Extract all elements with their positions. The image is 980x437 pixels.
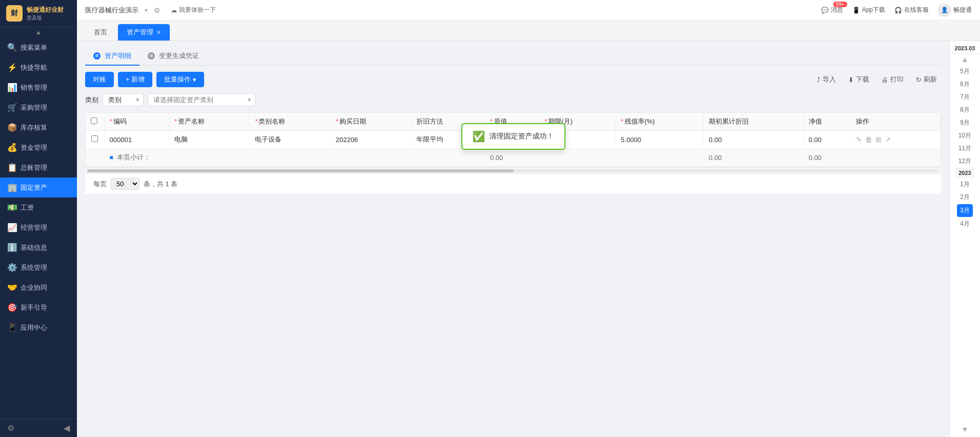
timeline-up-arrow[interactable]: ▲ bbox=[962, 56, 969, 63]
nav-icon-11: ⚙️ bbox=[7, 263, 16, 272]
cloud-icon: ☁ bbox=[171, 7, 177, 14]
sidebar-item-经营管理[interactable]: 📈经营管理 bbox=[0, 217, 77, 237]
subtotal-row: ■ 本页小计： 0.00 0.00 0.00 bbox=[86, 149, 941, 167]
sidebar-item-库存核算[interactable]: 📦库存核算 bbox=[0, 117, 77, 137]
sidebar-item-基础信息[interactable]: ℹ️基础信息 bbox=[0, 237, 77, 257]
horizontal-scrollbar[interactable] bbox=[85, 167, 941, 173]
sidebar-item-总账管理[interactable]: 📋总账管理 bbox=[0, 157, 77, 177]
timeline-item-1[interactable]: 6月 bbox=[955, 78, 975, 91]
nav-label-3: 采购管理 bbox=[21, 103, 47, 112]
avatar: 👤 bbox=[938, 4, 951, 17]
download-button[interactable]: ⬇ 下载 bbox=[844, 72, 873, 87]
timeline-item-7[interactable]: 12月 bbox=[955, 155, 975, 168]
sidebar-item-系统管理[interactable]: ⚙️系统管理 bbox=[0, 257, 77, 277]
message-icon: 💬 bbox=[821, 7, 829, 14]
tab-home[interactable]: 首页 bbox=[85, 24, 116, 41]
timeline-item-6[interactable]: 11月 bbox=[955, 142, 975, 155]
service-item[interactable]: 🎧 在线客服 bbox=[894, 6, 929, 14]
sidebar-item-工资[interactable]: 💵工资 bbox=[0, 197, 77, 217]
topbar: 医疗器械行业演示 ▾ ⚙ ☁ 我要体验一下 💬 消息 99+ 📱 App下载 🎧… bbox=[77, 0, 980, 21]
nav-label-1: 快捷导航 bbox=[21, 63, 47, 72]
sidebar-item-资金管理[interactable]: 💰资金管理 bbox=[0, 137, 77, 157]
timeline-item-4[interactable]: 9月 bbox=[955, 116, 975, 129]
message-nav-item[interactable]: 💬 消息 99+ bbox=[821, 6, 843, 14]
toolbar-right: ⤴ 导入 ⬇ 下载 🖨 打印 ↻ 刷新 bbox=[813, 72, 941, 87]
category-value-filter-wrap: ▾ bbox=[148, 93, 255, 106]
timeline-down-arrow[interactable]: ▼ bbox=[959, 424, 971, 435]
scrollbar-thumb[interactable] bbox=[87, 169, 513, 172]
row-checkbox[interactable] bbox=[91, 135, 98, 142]
subtab-change-voucher[interactable]: 变更生成凭证 bbox=[139, 47, 207, 66]
sidebar-scroll-up[interactable]: ▲ bbox=[0, 27, 77, 37]
more-icon[interactable]: ↗ bbox=[885, 135, 891, 144]
select-all-checkbox[interactable] bbox=[91, 117, 97, 124]
sidebar-item-采购管理[interactable]: 🛒采购管理 bbox=[0, 97, 77, 117]
collapse-icon[interactable]: ◀ bbox=[64, 423, 70, 433]
tab-close-icon[interactable]: ✕ bbox=[156, 29, 161, 36]
user-item[interactable]: 👤 畅捷通 bbox=[938, 4, 972, 17]
scrollbar-track bbox=[87, 169, 939, 172]
nav-label-13: 新手引导 bbox=[21, 303, 47, 312]
experience-button[interactable]: ☁ 我要体验一下 bbox=[171, 6, 216, 14]
col-checkbox bbox=[86, 113, 104, 131]
sidebar-logo: 财 畅捷通好业财 普及版 bbox=[0, 0, 77, 27]
company-dropdown-arrow[interactable]: ▾ bbox=[145, 7, 148, 14]
new-button[interactable]: + 新增 bbox=[118, 72, 152, 87]
sidebar-item-快捷导航[interactable]: ⚡快捷导航 bbox=[0, 57, 77, 77]
nav-icon-6: 📋 bbox=[7, 163, 16, 172]
download-icon: ⬇ bbox=[848, 76, 854, 84]
sidebar-item-新手引导[interactable]: 🎯新手引导 bbox=[0, 297, 77, 317]
nav-label-8: 工资 bbox=[21, 203, 34, 212]
reconcile-button[interactable]: 对账 bbox=[85, 72, 114, 87]
delete-icon[interactable]: 🗑 bbox=[865, 135, 872, 144]
content-main: 资产明细 变更生成凭证 对账 + 新增 批量操作 ▾ bbox=[77, 41, 949, 437]
subtab-asset-detail[interactable]: 资产明细 bbox=[85, 47, 139, 66]
copy-icon[interactable]: ⊞ bbox=[875, 135, 882, 144]
timeline-item-8[interactable]: 2023 bbox=[955, 168, 975, 178]
col-net-value: 净值 bbox=[803, 113, 850, 131]
category-type-select[interactable]: 类别 bbox=[103, 93, 144, 106]
timeline-item-9[interactable]: 1月 bbox=[955, 178, 975, 191]
tab-asset-management[interactable]: 资产管理 ✕ bbox=[118, 24, 170, 41]
col-category: *类别名称 bbox=[250, 113, 330, 131]
timeline-arrows: ▲ bbox=[962, 56, 969, 63]
nav-icon-4: 📦 bbox=[7, 123, 16, 132]
subtabs: 资产明细 变更生成凭证 bbox=[85, 47, 941, 66]
timeline-item-5[interactable]: 10月 bbox=[955, 129, 975, 142]
refresh-icon: ↻ bbox=[916, 76, 922, 84]
timeline-header: 2023.03 bbox=[950, 43, 980, 54]
per-page-select[interactable]: 50 100 200 bbox=[111, 178, 139, 190]
nav-label-2: 销售管理 bbox=[21, 83, 47, 92]
refresh-button[interactable]: ↻ 刷新 bbox=[912, 72, 941, 87]
settings-icon[interactable]: ⚙ bbox=[7, 423, 14, 433]
filter-row: 类别 类别 ▾ bbox=[85, 93, 941, 106]
subtotal-original: 0.00 bbox=[485, 149, 539, 167]
sidebar-item-应用中心[interactable]: 📱应用中心 bbox=[0, 317, 77, 337]
app-download-item[interactable]: 📱 App下载 bbox=[852, 6, 885, 14]
import-button[interactable]: ⤴ 导入 bbox=[813, 72, 840, 87]
row-name: 电脑 bbox=[169, 131, 250, 149]
sidebar-item-企业协同[interactable]: 🤝企业协同 bbox=[0, 277, 77, 297]
sidebar-item-固定资产[interactable]: 🏢固定资产 bbox=[0, 177, 77, 197]
timeline-item-3[interactable]: 8月 bbox=[955, 104, 975, 116]
success-check-icon: ✅ bbox=[472, 130, 485, 143]
svg-rect-5 bbox=[150, 56, 153, 57]
nav-icon-9: 📈 bbox=[7, 223, 16, 232]
timeline-item-11[interactable]: 3月 bbox=[957, 204, 973, 217]
timeline-item-10[interactable]: 2月 bbox=[955, 191, 975, 204]
print-icon: 🖨 bbox=[882, 76, 888, 84]
sidebar-item-搜索菜单[interactable]: 🔍搜索菜单 bbox=[0, 37, 77, 57]
edit-icon[interactable]: ✎ bbox=[856, 135, 862, 144]
nav-label-0: 搜索菜单 bbox=[21, 43, 47, 52]
logo-text: 畅捷通好业财 bbox=[27, 6, 64, 14]
timeline-item-12[interactable]: 4月 bbox=[955, 217, 975, 230]
svg-rect-4 bbox=[150, 55, 153, 56]
print-button[interactable]: 🖨 打印 bbox=[877, 72, 908, 87]
sidebar-item-销售管理[interactable]: 📊销售管理 bbox=[0, 77, 77, 97]
subtab-icon-voucher bbox=[148, 52, 155, 59]
category-value-input[interactable] bbox=[148, 93, 255, 106]
timeline-item-2[interactable]: 7月 bbox=[955, 91, 975, 104]
batch-button[interactable]: 批量操作 ▾ bbox=[156, 72, 204, 87]
settings-gear-icon[interactable]: ⚙ bbox=[154, 6, 161, 14]
timeline-item-0[interactable]: 5月 bbox=[955, 65, 975, 78]
